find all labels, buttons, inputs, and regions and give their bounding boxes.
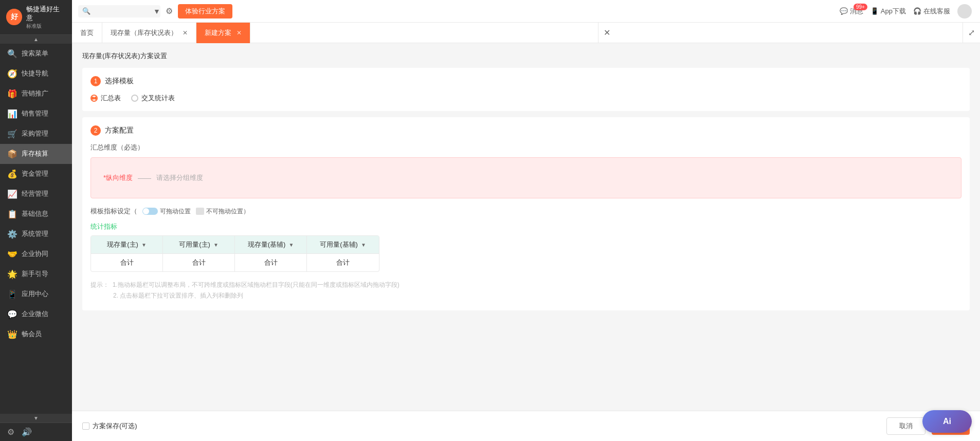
money-icon: 💰 xyxy=(7,169,17,179)
settings-icon[interactable]: ⚙ xyxy=(7,427,14,437)
fixed-toggle: 不可拖动位置） xyxy=(196,207,249,216)
col-cell-1: 合计 xyxy=(163,253,235,271)
sidebar-scroll-up[interactable]: ▲ xyxy=(0,35,72,44)
sidebar-item-basic[interactable]: 📋 基础信息 xyxy=(0,204,72,224)
message-button[interactable]: 💬 消息 99+ xyxy=(840,7,863,16)
movable-label: 可拖动位置 xyxy=(160,207,191,216)
dimension-arrow: —— xyxy=(138,174,151,182)
fixed-toggle-box xyxy=(196,208,204,215)
tip-2: 2. 点击标题栏下拉可设置排序、插入列和删除列 xyxy=(90,291,961,300)
sidebar: 好 畅捷通好生意 标准版 ▲ 🔍 搜索菜单 🧭 快捷导航 🎁 营销推广 📊 销售… xyxy=(0,0,72,441)
sidebar-scroll-down[interactable]: ▼ xyxy=(0,414,72,422)
user-menu[interactable] xyxy=(957,4,974,19)
summary-dimension-label: 汇总维度（必选） xyxy=(90,143,961,152)
sidebar-item-search[interactable]: 🔍 搜索菜单 xyxy=(0,44,72,64)
page-footer: 方案保存(可选) 取消 查询 xyxy=(72,411,980,441)
chart-icon: 📊 xyxy=(7,109,17,119)
search-icon: 🔍 xyxy=(7,49,17,59)
col-header-1[interactable]: 可用量(主) ▼ xyxy=(163,236,235,253)
trial-industry-button[interactable]: 体验行业方案 xyxy=(178,4,232,19)
radio-summary[interactable]: 汇总表 xyxy=(90,94,121,103)
movable-toggle[interactable]: 可拖动位置 xyxy=(142,207,191,216)
indicator-label-row: 模板指标设定（ 可拖动位置 不可拖动位置） xyxy=(90,207,961,216)
save-checkbox[interactable] xyxy=(82,422,89,430)
step1-title: 选择模板 xyxy=(105,77,134,86)
page-content: 现存量(库存状况表)方案设置 1 选择模板 汇总表 交叉统计表 xyxy=(72,43,980,411)
sidebar-item-appstore[interactable]: 📱 应用中心 xyxy=(0,284,72,304)
main-area: 🔍 ▼ ⚙ 体验行业方案 💬 消息 99+ 📱 App下载 🎧 在线客服 xyxy=(72,0,980,441)
sidebar-bottom: ⚙ 🔊 xyxy=(0,422,72,441)
col1-chevron-icon: ▼ xyxy=(213,242,219,248)
sidebar-item-system[interactable]: ⚙️ 系统管理 xyxy=(0,224,72,244)
crown-icon: 👑 xyxy=(7,329,17,339)
phone-icon: 📱 xyxy=(7,289,17,299)
stats-label: 统计指标 xyxy=(90,222,961,231)
col0-chevron-icon: ▼ xyxy=(141,242,147,248)
navigation-icon: 🧭 xyxy=(7,69,17,79)
col-cell-2: 合计 xyxy=(235,253,307,271)
sidebar-item-purchase[interactable]: 🛒 采购管理 xyxy=(0,124,72,144)
col2-chevron-icon: ▼ xyxy=(288,242,294,248)
gear-icon: ⚙️ xyxy=(7,229,17,239)
sidebar-item-marketing[interactable]: 🎁 营销推广 xyxy=(0,84,72,104)
sidebar-item-finance[interactable]: 💰 资金管理 xyxy=(0,164,72,184)
sidebar-item-cooperation[interactable]: 🤝 企业协同 xyxy=(0,244,72,264)
ai-fab-button[interactable]: Ai xyxy=(922,410,972,433)
online-service-button[interactable]: 🎧 在线客服 xyxy=(913,7,950,16)
sidebar-nav: 🔍 搜索菜单 🧭 快捷导航 🎁 营销推广 📊 销售管理 🛒 采购管理 📦 库存核… xyxy=(0,44,72,414)
sidebar-item-inventory[interactable]: 📦 库存核算 xyxy=(0,144,72,164)
handshake-icon: 🤝 xyxy=(7,249,17,259)
topbar: 🔍 ▼ ⚙ 体验行业方案 💬 消息 99+ 📱 App下载 🎧 在线客服 xyxy=(72,0,980,23)
tabbar: 首页 现存量（库存状况表） ✕ 新建方案 ✕ ✕ ⤢ xyxy=(72,23,980,43)
sound-icon[interactable]: 🔊 xyxy=(22,427,32,437)
topbar-search-box[interactable]: 🔍 ▼ xyxy=(78,5,160,17)
radio-cross-dot xyxy=(131,95,138,102)
box-icon: 📦 xyxy=(7,149,17,159)
template-options: 汇总表 交叉统计表 xyxy=(90,94,961,103)
sidebar-item-shortcut[interactable]: 🧭 快捷导航 xyxy=(0,64,72,84)
tip-1: 提示： 1.拖动标题栏可以调整布局，不可跨维度或指标区域拖动栏目字段(只能在同一… xyxy=(90,281,961,289)
col-header-3[interactable]: 可用量(基辅) ▼ xyxy=(307,236,379,253)
tab-inventory[interactable]: 现存量（库存状况表） ✕ xyxy=(102,23,196,43)
sidebar-item-wechat[interactable]: 💬 企业微信 xyxy=(0,304,72,324)
app-icon: 📱 xyxy=(870,7,879,15)
save-label: 方案保存(可选) xyxy=(93,421,137,431)
dimension-required: *纵向维度 xyxy=(103,173,133,182)
step2-header: 2 方案配置 xyxy=(90,125,961,136)
search-dropdown-button[interactable]: ▼ xyxy=(153,7,160,15)
search-input[interactable] xyxy=(94,8,150,15)
sidebar-item-business[interactable]: 📈 经营管理 xyxy=(0,184,72,204)
sidebar-logo: 好 畅捷通好生意 标准版 xyxy=(0,0,72,35)
app-download-button[interactable]: 📱 App下载 xyxy=(870,7,906,16)
dimension-area[interactable]: *纵向维度 —— 请选择分组维度 xyxy=(90,157,961,198)
sidebar-item-newbie[interactable]: 🌟 新手引导 xyxy=(0,264,72,284)
tabbar-expand-button[interactable]: ⤢ xyxy=(963,23,980,43)
topbar-right: 💬 消息 99+ 📱 App下载 🎧 在线客服 xyxy=(840,4,974,19)
gift-icon: 🎁 xyxy=(7,89,17,99)
clipboard-icon: 📋 xyxy=(7,209,17,219)
save-checkbox-row[interactable]: 方案保存(可选) xyxy=(82,421,137,431)
step1-section: 1 选择模板 汇总表 交叉统计表 xyxy=(82,68,970,111)
topbar-gear-icon[interactable]: ⚙ xyxy=(166,6,173,16)
radio-cross[interactable]: 交叉统计表 xyxy=(131,94,175,103)
radio-summary-dot xyxy=(90,95,98,102)
movable-toggle-box[interactable] xyxy=(142,208,158,215)
step1-badge: 1 xyxy=(90,76,101,86)
tab-new-scheme[interactable]: 新建方案 ✕ xyxy=(196,23,250,43)
tab-new-scheme-close[interactable]: ✕ xyxy=(237,29,242,36)
tab-home[interactable]: 首页 xyxy=(72,23,102,43)
col-cell-3: 合计 xyxy=(307,253,379,271)
tab-inventory-close[interactable]: ✕ xyxy=(183,29,188,36)
sidebar-item-member[interactable]: 👑 畅会员 xyxy=(0,324,72,344)
search-icon: 🔍 xyxy=(82,7,90,15)
message-badge: 99+ xyxy=(854,4,867,10)
col-header-2[interactable]: 现存量(基辅) ▼ xyxy=(235,236,307,253)
cancel-button[interactable]: 取消 xyxy=(886,417,925,435)
logo-icon: 好 xyxy=(6,9,22,25)
user-avatar xyxy=(957,4,972,19)
cart-icon: 🛒 xyxy=(7,129,17,139)
tabbar-close-button[interactable]: ✕ xyxy=(598,23,615,43)
col-header-0[interactable]: 现存量(主) ▼ xyxy=(91,236,163,253)
step2-section: 2 方案配置 汇总维度（必选） *纵向维度 —— 请选择分组维度 模板指标设定（ xyxy=(82,117,970,310)
sidebar-item-sales[interactable]: 📊 销售管理 xyxy=(0,104,72,124)
